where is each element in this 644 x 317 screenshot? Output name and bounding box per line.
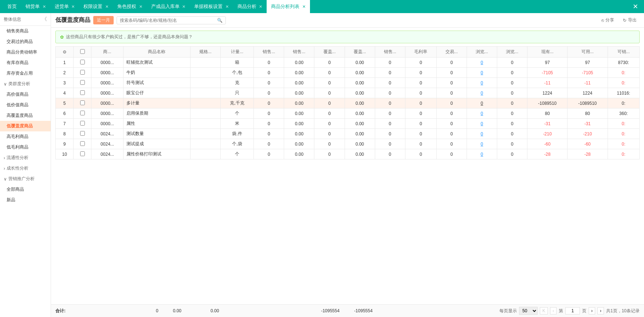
settings-col-header[interactable]: ⚙ — [56, 47, 74, 58]
row-browse1[interactable]: 0 — [467, 139, 497, 149]
checkbox-col-header[interactable] — [74, 47, 91, 58]
row-browse2: 0 — [497, 98, 527, 108]
nav-purchase[interactable]: 进货单 ✕ — [50, 0, 79, 13]
sidebar-item-low-profit[interactable]: 低毛利商品 — [0, 142, 51, 152]
row-browse1[interactable]: 0 — [467, 78, 497, 88]
row-select-checkbox[interactable] — [80, 141, 85, 146]
nav-product-list-close[interactable]: ✕ — [302, 4, 306, 9]
nav-roles-close[interactable]: ✕ — [139, 4, 142, 9]
nav-inventory[interactable]: 产成品入库单 ✕ — [147, 0, 190, 13]
row-select-checkbox[interactable] — [80, 151, 85, 156]
sidebar-item-in-stock[interactable]: 有库存商品 — [0, 58, 51, 68]
row-checkbox[interactable] — [74, 58, 91, 68]
row-current: -1089510 — [527, 98, 568, 108]
row-checkbox[interactable] — [74, 139, 91, 149]
nav-sales-close[interactable]: ✕ — [43, 4, 46, 9]
nav-product-analysis-list[interactable]: 商品分析列表 ✕ — [267, 0, 310, 13]
row-cov2: 0.00 — [345, 139, 375, 149]
row-checkbox[interactable] — [74, 88, 91, 98]
row-checkbox[interactable] — [74, 129, 91, 139]
nav-purchase-close[interactable]: ✕ — [71, 4, 75, 9]
sidebar-section-marketing[interactable]: ∨ 营销推广分析 — [0, 174, 51, 184]
export-button[interactable]: ↻ 导出 — [620, 16, 640, 24]
row-browse1[interactable]: 0 — [467, 98, 497, 108]
first-page-button[interactable]: K — [540, 307, 548, 314]
row-no: 9 — [56, 139, 74, 149]
sidebar-section-growth[interactable]: › 成长性分析 — [0, 163, 51, 174]
page-input[interactable] — [565, 307, 580, 314]
page-title: 低覆盖度商品 — [55, 16, 90, 24]
search-input[interactable] — [120, 18, 217, 23]
search-box[interactable]: 🔍 — [117, 16, 226, 24]
row-checkbox[interactable] — [74, 119, 91, 129]
last-page-button[interactable]: › — [597, 307, 604, 314]
nav-permissions[interactable]: 权限设置 ✕ — [79, 0, 113, 13]
sidebar-section-growth-label: 成长性分析 — [7, 165, 28, 171]
prev-page-button[interactable]: ‹ — [550, 307, 557, 314]
sidebar-item-low-value[interactable]: 低价值商品 — [0, 100, 51, 110]
row-browse1[interactable]: 0 — [467, 68, 497, 78]
nav-sales[interactable]: 销货单 ✕ — [21, 0, 50, 13]
row-select-checkbox[interactable] — [80, 100, 85, 105]
top-nav: 首页 销货单 ✕ 进货单 ✕ 权限设置 ✕ 角色授权 ✕ 产成品入库单 ✕ 单据… — [0, 0, 644, 13]
row-no: 5 — [56, 98, 74, 108]
row-code: 0024... — [91, 139, 123, 149]
nav-product-analysis[interactable]: 商品分析 ✕ — [233, 0, 267, 13]
row-spec — [190, 68, 220, 78]
row-select-checkbox[interactable] — [80, 111, 85, 115]
sidebar-item-high-value[interactable]: 高价值商品 — [0, 89, 51, 100]
row-checkbox[interactable] — [74, 108, 91, 119]
nav-roles[interactable]: 角色授权 ✕ — [113, 0, 147, 13]
row-select-checkbox[interactable] — [80, 121, 85, 126]
per-page-select[interactable]: 50 100 200 — [519, 307, 538, 315]
nav-inventory-close[interactable]: ✕ — [182, 4, 185, 9]
row-checkbox[interactable] — [74, 68, 91, 78]
row-gross: 0 — [405, 78, 436, 88]
sidebar-item-capital-occupy[interactable]: 库存资金占用 — [0, 68, 51, 79]
row-select-checkbox[interactable] — [80, 90, 85, 95]
select-all-checkbox[interactable] — [80, 49, 85, 54]
sidebar-item-new-products[interactable]: 新品 — [0, 195, 51, 205]
sidebar-item-category-rate[interactable]: 商品分类动销率 — [0, 47, 51, 58]
row-code: 0000... — [91, 98, 123, 108]
nav-home[interactable]: 首页 — [3, 0, 21, 13]
sidebar-item-traded-products[interactable]: 交易过的商品 — [0, 36, 51, 47]
share-button[interactable]: ⎋ 分享 — [598, 16, 617, 24]
sidebar-item-high-coverage[interactable]: 高覆盖度商品 — [0, 110, 51, 121]
next-page-button[interactable]: › — [589, 307, 595, 314]
row-select-checkbox[interactable] — [80, 131, 85, 136]
sidebar-item-high-profit[interactable]: 高毛利商品 — [0, 131, 51, 142]
search-icon[interactable]: 🔍 — [217, 18, 223, 23]
row-checkbox[interactable] — [74, 98, 91, 108]
table-wrapper[interactable]: ⚙ 商... 商品名称 规格... 计量... 销售... 销售... 覆盖..… — [51, 46, 644, 304]
sidebar-section-group-analysis[interactable]: ∨ 类群度分析 — [0, 79, 51, 89]
window-close-button[interactable]: ✕ — [630, 3, 641, 11]
row-browse1[interactable]: 0 — [467, 108, 497, 119]
row-select-checkbox[interactable] — [80, 60, 85, 64]
row-browse1[interactable]: 0 — [467, 149, 497, 159]
nav-template-close[interactable]: ✕ — [225, 4, 229, 9]
row-sales1: 0 — [254, 149, 284, 159]
row-browse1[interactable]: 0 — [467, 119, 497, 129]
nav-template[interactable]: 单据模板设置 ✕ — [190, 0, 233, 13]
row-current: 1224 — [527, 88, 568, 98]
row-browse1[interactable]: 0 — [467, 58, 497, 68]
row-browse1[interactable]: 0 — [467, 88, 497, 98]
row-checkbox[interactable] — [74, 78, 91, 88]
sidebar-item-all-products[interactable]: 全部商品 — [0, 184, 51, 195]
row-checkbox[interactable] — [74, 149, 91, 159]
sidebar-collapse-button[interactable]: 《 — [42, 16, 47, 23]
filter-recent-month-button[interactable]: 近一月 — [93, 16, 114, 24]
row-browse1[interactable]: 0 — [467, 129, 497, 139]
row-select-checkbox[interactable] — [80, 70, 85, 75]
table-row: 2 0000... 牛奶 个,包 0 0.00 0 0.00 0 0 0 0 0… — [56, 68, 640, 78]
nav-product-analysis-close[interactable]: ✕ — [259, 4, 262, 9]
row-trans: 0 — [436, 98, 467, 108]
table-row: 10 0024... 属性价格打印测试 个 0 0.00 0 0.00 0 0 … — [56, 149, 640, 159]
nav-permissions-close[interactable]: ✕ — [105, 4, 109, 9]
sidebar-item-sales-products[interactable]: 销售类商品 — [0, 26, 51, 36]
row-select-checkbox[interactable] — [80, 80, 85, 85]
sidebar-item-low-coverage[interactable]: 低覆盖度商品 — [0, 121, 51, 131]
row-salable: 360: — [608, 108, 640, 119]
sidebar-section-circulation[interactable]: › 流通性分析 — [0, 152, 51, 163]
